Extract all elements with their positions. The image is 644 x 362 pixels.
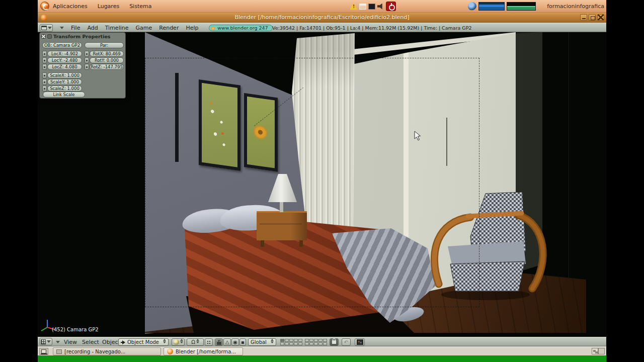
header-collapse-icon[interactable]: [60, 27, 64, 29]
layer-button[interactable]: [289, 339, 293, 342]
layer-button[interactable]: [323, 342, 327, 345]
screen-tray-icon[interactable]: [368, 4, 375, 10]
rotx-field[interactable]: RotX: 80.469: [90, 51, 124, 57]
lock-icon[interactable]: [85, 64, 89, 70]
layer-button[interactable]: [305, 339, 309, 342]
layer-button[interactable]: [289, 342, 293, 345]
layer-button[interactable]: [323, 339, 327, 342]
render-preview-icon: [357, 339, 363, 345]
layer-button[interactable]: [314, 339, 318, 342]
panel-close-icon[interactable]: [41, 34, 46, 39]
menu-view[interactable]: View: [64, 339, 77, 345]
maximize-button[interactable]: [589, 14, 596, 21]
firefox-icon[interactable]: [468, 2, 476, 11]
window-titlebar[interactable]: Blender [/home/formacioninfografica/Escr…: [38, 13, 606, 23]
header-collapse-icon[interactable]: [56, 341, 60, 343]
link-scale-button[interactable]: Link Scale: [43, 92, 85, 98]
task-recording[interactable]: [recording - Navegado...: [53, 347, 161, 355]
layer-button[interactable]: [318, 342, 323, 345]
lock-icon[interactable]: [85, 57, 89, 63]
editor-type-button[interactable]: [39, 338, 52, 345]
locy-field[interactable]: LocY: -2.480: [47, 57, 82, 63]
lock-icon[interactable]: [42, 85, 47, 92]
scalez-field[interactable]: ScaleZ: 1.000: [47, 85, 82, 92]
power-button[interactable]: [386, 2, 396, 11]
lock-layers-button[interactable]: [330, 338, 339, 346]
window-tray-icon[interactable]: [359, 4, 366, 10]
menu-select[interactable]: Select: [82, 339, 99, 345]
menu-game[interactable]: Game: [136, 25, 152, 31]
draw-type-select[interactable]: [172, 338, 185, 346]
panel-menu-system[interactable]: Sistema: [128, 3, 152, 10]
menu-render[interactable]: Render: [159, 25, 179, 31]
layer-button[interactable]: [285, 339, 289, 342]
layer-button[interactable]: [294, 339, 298, 342]
lock-icon[interactable]: [42, 79, 47, 85]
blender-bottom-header: View Select Object Object Mode Ω △ ◉: [38, 337, 606, 346]
panel-menu-applications[interactable]: Aplicaciones: [52, 3, 89, 10]
layer-button[interactable]: [314, 342, 318, 345]
menu-file[interactable]: File: [71, 25, 80, 31]
lock-icon[interactable]: [42, 72, 47, 78]
pivot-select[interactable]: Ω: [187, 338, 204, 346]
window-controls: [580, 14, 604, 21]
lock-icon[interactable]: [42, 57, 47, 63]
workspace-1[interactable]: [592, 348, 598, 354]
menu-add[interactable]: Add: [87, 25, 98, 31]
chevron-down-icon: [48, 27, 52, 29]
task-blender[interactable]: Blender [/home/forma...: [164, 347, 243, 355]
layer-button[interactable]: [309, 339, 313, 342]
rotz-field[interactable]: RotZ: -147.795: [90, 64, 124, 70]
scale-manipulator-button[interactable]: ▪: [239, 338, 246, 346]
panel-menu-places[interactable]: Lugares: [97, 3, 120, 10]
scalex-field[interactable]: ScaleX: 1.000: [47, 72, 82, 78]
parent-field[interactable]: Par:: [85, 42, 124, 48]
layer-button[interactable]: [309, 342, 313, 345]
lock-icon[interactable]: [42, 64, 47, 70]
minimize-button[interactable]: [580, 14, 587, 21]
translate-manipulator-button[interactable]: △: [223, 338, 231, 346]
roty-field[interactable]: RotY: 0.000: [90, 57, 124, 63]
panel-pin-icon[interactable]: [47, 34, 52, 39]
desktop-icon: [41, 349, 46, 353]
pivot-align-toggle[interactable]: [205, 338, 213, 346]
mode-select[interactable]: Object Mode: [118, 338, 169, 346]
speaker-icon[interactable]: [377, 4, 384, 10]
rotate-manipulator-button[interactable]: ◉: [231, 338, 239, 346]
transform-orientation-select[interactable]: Global: [248, 338, 276, 346]
locx-field[interactable]: LocX: -4.902: [47, 51, 82, 57]
manipulator-toggle[interactable]: [215, 338, 223, 346]
circle-icon: ◉: [233, 340, 237, 345]
render-preview-button[interactable]: [355, 338, 365, 346]
layer-button[interactable]: [285, 342, 289, 345]
update-warning-icon[interactable]: [350, 3, 357, 10]
layer-buttons-group2[interactable]: [305, 339, 327, 345]
layer-button[interactable]: [294, 342, 298, 345]
locz-field[interactable]: LocZ: 4.080: [47, 64, 82, 70]
layer-buttons-group1[interactable]: [280, 339, 302, 345]
layer-button[interactable]: [298, 339, 302, 342]
layer-button[interactable]: [280, 339, 284, 342]
menu-help[interactable]: Help: [186, 25, 198, 31]
close-button[interactable]: [597, 14, 604, 21]
viewport-3d[interactable]: (452) Camara GP2 Transform Properties OB…: [38, 32, 606, 337]
lock-icon[interactable]: [42, 51, 47, 57]
network-monitor-graph[interactable]: [507, 2, 536, 11]
show-desktop-button[interactable]: [39, 348, 48, 355]
cpu-monitor-graph[interactable]: [478, 2, 505, 11]
object-name-field[interactable]: OB: Camara GP2: [42, 42, 82, 48]
menu-object[interactable]: Object: [102, 339, 120, 345]
layer-button[interactable]: [318, 339, 323, 342]
scaley-field[interactable]: ScaleY: 1.000: [47, 79, 82, 85]
workspace-2[interactable]: [598, 348, 605, 354]
menu-timeline[interactable]: Timeline: [105, 25, 129, 31]
blender-org-chip[interactable]: www.blender.org 247: [209, 25, 273, 31]
layer-button[interactable]: [305, 342, 309, 345]
layer-button[interactable]: [280, 342, 284, 345]
distro-logo-icon[interactable]: [40, 2, 49, 11]
layer-button[interactable]: [298, 342, 302, 345]
lock-icon[interactable]: [85, 51, 89, 57]
snap-button[interactable]: ↶: [342, 338, 351, 346]
editor-type-button[interactable]: [40, 24, 53, 32]
transform-properties-panel[interactable]: Transform Properties OB: Camara GP2 Par:…: [39, 32, 126, 99]
